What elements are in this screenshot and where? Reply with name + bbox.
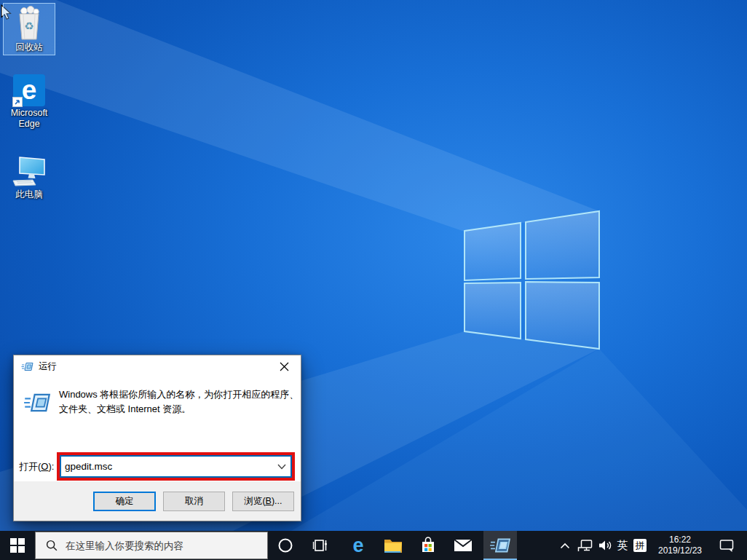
taskbar-app-edge[interactable]: e: [342, 531, 374, 560]
chevron-down-icon[interactable]: [273, 457, 290, 476]
taskbar-clock[interactable]: 16:22 2019/12/23: [652, 531, 708, 560]
run-dialog-body: Windows 将根据你所输入的名称，为你打开相应的程序、 文件夹、文档或 In…: [14, 377, 301, 483]
desktop-icon-label: 此电脑: [15, 189, 43, 200]
close-icon: [280, 362, 289, 371]
run-dialog-title: 运行: [39, 360, 57, 373]
action-center-icon: [719, 538, 735, 553]
desktop-icon-this-pc[interactable]: 此电脑: [3, 153, 55, 202]
cortana-icon: [277, 537, 293, 553]
desktop-icon-label: 回收站: [15, 42, 43, 53]
taskbar-app-store[interactable]: [412, 531, 444, 560]
svg-text:♻: ♻: [24, 20, 33, 32]
network-tray-button[interactable]: [575, 531, 596, 560]
tray-expand-button[interactable]: [556, 531, 574, 560]
volume-tray-button[interactable]: [596, 531, 614, 560]
network-icon: [577, 538, 593, 553]
ime-indicator[interactable]: 拼: [631, 531, 649, 560]
open-label: 打开(O):: [19, 460, 54, 473]
store-icon: [419, 536, 437, 555]
taskbar-app-run-active[interactable]: [483, 531, 517, 560]
task-view-icon: [312, 537, 328, 553]
run-dialog: 运行 Windows 将根据你所输入的名称，为你打开相应的程序、 文件夹、文档或…: [13, 355, 301, 521]
start-button[interactable]: [0, 531, 35, 560]
open-combobox[interactable]: [60, 455, 292, 478]
search-input[interactable]: [66, 540, 267, 551]
mail-icon: [454, 538, 473, 553]
run-dialog-footer: 确定 取消 浏览(B)...: [14, 481, 301, 521]
recycle-bin-icon: ♻: [15, 6, 44, 41]
cancel-button[interactable]: 取消: [163, 492, 225, 511]
language-label: 英: [617, 539, 628, 553]
taskbar-app-file-explorer[interactable]: [377, 531, 409, 560]
volume-icon: [598, 539, 612, 552]
browse-button[interactable]: 浏览(B)...: [232, 492, 294, 511]
windows-start-icon: [10, 538, 25, 553]
run-titlebar-icon: [21, 361, 33, 372]
run-dialog-message: Windows 将根据你所输入的名称，为你打开相应的程序、 文件夹、文档或 In…: [59, 387, 299, 417]
task-view-button[interactable]: [304, 531, 336, 560]
this-pc-icon: [12, 156, 47, 188]
taskbar-search[interactable]: [35, 532, 268, 559]
screen: ♻ 回收站 e Microsoft Edge: [0, 0, 747, 560]
desktop[interactable]: ♻ 回收站 e Microsoft Edge: [0, 0, 747, 531]
action-center-button[interactable]: [711, 531, 743, 560]
desktop-icon-label: Microsoft Edge: [4, 108, 54, 130]
shortcut-arrow-icon: [12, 97, 23, 107]
close-button[interactable]: [268, 355, 301, 377]
clock-time: 16:22: [669, 535, 691, 545]
open-input[interactable]: [61, 461, 273, 472]
ok-button[interactable]: 确定: [93, 492, 156, 511]
edge-icon: e: [13, 74, 45, 106]
desktop-icon-microsoft-edge[interactable]: e Microsoft Edge: [3, 71, 55, 132]
edge-taskbar-icon: e: [352, 536, 363, 556]
run-dialog-titlebar[interactable]: 运行: [14, 355, 301, 377]
language-indicator[interactable]: 英: [613, 531, 632, 560]
cortana-button[interactable]: [269, 531, 301, 560]
desktop-icon-recycle-bin[interactable]: ♻ 回收站: [3, 3, 55, 55]
svg-text:e: e: [22, 75, 37, 105]
annotation-highlight-box: [57, 452, 295, 481]
run-taskbar-icon: [489, 536, 511, 555]
taskbar-app-mail[interactable]: [447, 531, 479, 560]
file-explorer-icon: [384, 537, 403, 553]
clock-date: 2019/12/23: [658, 545, 702, 556]
search-icon: [45, 539, 58, 552]
chevron-up-icon: [560, 543, 570, 549]
run-dialog-icon: [23, 390, 51, 415]
ime-label: 拼: [633, 539, 647, 552]
taskbar: e: [0, 531, 747, 560]
